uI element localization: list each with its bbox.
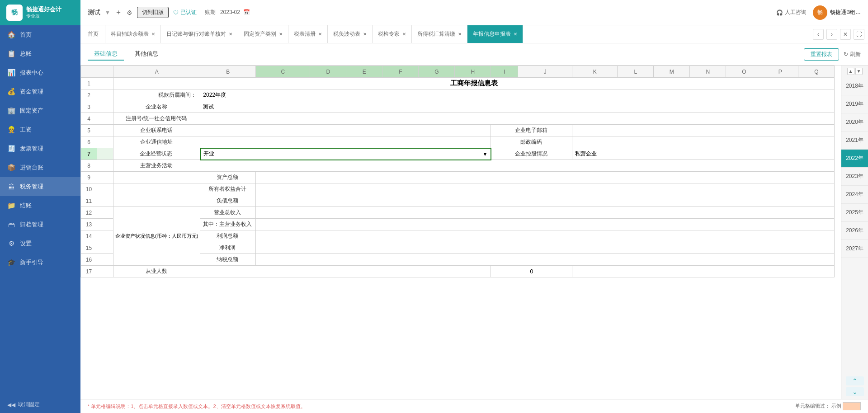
cell-6-postcode-value[interactable]	[572, 136, 835, 148]
next-tab-btn[interactable]: ›	[826, 29, 837, 40]
sidebar-item-reports[interactable]: 📊 报表中心	[0, 63, 80, 82]
year-item-2020[interactable]: 2020年	[841, 113, 868, 131]
tab-annual-report[interactable]: 年报信息申报表 ✕	[467, 25, 523, 43]
cell-5-email-value[interactable]	[572, 125, 835, 136]
sidebar-item-tax[interactable]: 🏛 税务管理	[0, 177, 80, 196]
cell-10-equity-label[interactable]: 所有者权益合计	[200, 183, 256, 195]
cell-5-phone-value[interactable]	[200, 125, 491, 136]
cell-16-tax-value[interactable]	[256, 254, 835, 266]
cell-5-email-label[interactable]: 企业电子邮箱	[491, 125, 572, 136]
cell-17-employees-right[interactable]	[572, 266, 835, 277]
tab-fixed-assets[interactable]: 固定资产类别 ✕	[238, 25, 288, 43]
cell-13-main-revenue-label[interactable]: 其中：主营业务收入	[200, 219, 256, 230]
sidebar-item-guide[interactable]: 🎓 新手引导	[0, 253, 80, 272]
dropdown-arrow-icon[interactable]: ▼	[482, 151, 488, 157]
col-header-A[interactable]: A	[113, 66, 200, 78]
cell-15-netprofit-label[interactable]: 净利润	[200, 242, 256, 254]
year-item-2027[interactable]: 2027年	[841, 240, 868, 258]
expand-tab-btn[interactable]: ⛶	[854, 29, 864, 40]
close-tab-taxfluc[interactable]: ✕	[363, 32, 367, 37]
cell-12-revenue-value[interactable]	[256, 207, 835, 219]
cell-14-profit-label[interactable]: 利润总额	[200, 230, 256, 242]
cell-3-label[interactable]: 企业名称	[113, 101, 200, 113]
close-all-tabs-btn[interactable]: ✕	[840, 29, 851, 40]
cell-12-revenue-label[interactable]: 营业总收入	[200, 207, 256, 219]
cell-17-employees-label[interactable]: 从业人数	[113, 266, 200, 277]
close-tab-expert[interactable]: ✕	[402, 32, 406, 37]
cell-4-value[interactable]	[200, 113, 835, 125]
close-tab-journal[interactable]: ✕	[229, 32, 232, 37]
cell-3-value[interactable]: 测试	[200, 101, 835, 113]
cell-14-profit-value[interactable]	[256, 230, 835, 242]
sidebar-item-ledger[interactable]: 📋 总账	[0, 44, 80, 63]
cell-7-status-value[interactable]: 开业 ▼	[200, 148, 491, 160]
year-item-2024[interactable]: 2024年	[841, 186, 868, 204]
sidebar-item-invoice[interactable]: 🧾 发票管理	[0, 139, 80, 158]
refresh-btn[interactable]: ↻ 刷新	[844, 51, 861, 58]
col-header-B[interactable]: B	[200, 66, 256, 78]
reset-report-btn[interactable]: 重置报表	[804, 48, 839, 61]
close-tab-annual[interactable]: ✕	[514, 32, 517, 37]
cell-7-stock-label[interactable]: 企业控股情况	[491, 148, 572, 160]
cell-11-liab-label[interactable]: 负债总额	[200, 195, 256, 207]
cell-4-label[interactable]: 注册号/统一社会信用代码	[113, 113, 200, 125]
cell-6-addr-label[interactable]: 企业通信地址	[113, 136, 200, 148]
year-item-2026[interactable]: 2026年	[841, 222, 868, 240]
cell-16-tax-label[interactable]: 纳税总额	[200, 254, 256, 266]
col-header-O[interactable]: O	[726, 66, 762, 78]
col-header-G[interactable]: G	[419, 66, 455, 78]
cell-5-phone-label[interactable]: 企业联系电话	[113, 125, 200, 136]
tab-tax-expert[interactable]: 税检专家 ✕	[373, 25, 412, 43]
close-tab-fixed[interactable]: ✕	[279, 32, 283, 37]
col-header-Q[interactable]: Q	[798, 66, 835, 78]
sidebar-item-payroll[interactable]: 👷 工资	[0, 120, 80, 139]
tab-subject-balance[interactable]: 科目辅助余额表 ✕	[105, 25, 161, 43]
cell-6-addr-value[interactable]	[200, 136, 491, 148]
col-header-D[interactable]: D	[310, 66, 346, 78]
year-item-2022[interactable]: 2022年	[841, 150, 868, 168]
year-item-2019[interactable]: 2019年	[841, 95, 868, 113]
cell-9-assets-label[interactable]: 资产总额	[200, 172, 256, 183]
sidebar-item-close[interactable]: 📁 结账	[0, 196, 80, 215]
col-header-H[interactable]: H	[455, 66, 491, 78]
cell-13-main-revenue-value[interactable]	[256, 219, 835, 230]
year-item-2021[interactable]: 2021年	[841, 131, 868, 150]
prev-tab-btn[interactable]: ‹	[813, 29, 824, 40]
year-item-2023[interactable]: 2023年	[841, 168, 868, 186]
cell-8-business-label[interactable]: 主营业务活动	[113, 160, 200, 172]
cell-7-status-label[interactable]: 企业经营状态	[113, 148, 200, 160]
col-header-P[interactable]: P	[762, 66, 798, 78]
cell-8-business-value[interactable]	[200, 160, 835, 172]
workspace-dropdown-icon[interactable]: ▼	[105, 9, 110, 16]
year-scroll-up-btn[interactable]: ⌃	[846, 376, 864, 385]
old-version-btn[interactable]: 切到旧版	[137, 7, 169, 18]
close-tab-subject[interactable]: ✕	[151, 32, 155, 37]
year-item-2018[interactable]: 2018年	[841, 77, 868, 95]
tab-journal-reconcile[interactable]: 日记账与银行对账单核对 ✕	[161, 25, 238, 43]
cell-2-value[interactable]: 2022年度	[200, 89, 835, 101]
sidebar-item-archive[interactable]: 🗃 归档管理	[0, 215, 80, 234]
cell-10-equity-value[interactable]	[256, 183, 835, 195]
spreadsheet[interactable]: A B C D E F G H I J K L	[80, 66, 841, 399]
col-header-N[interactable]: N	[690, 66, 726, 78]
tab-home[interactable]: 首页	[84, 25, 105, 43]
sidebar-item-home[interactable]: 🏠 首页	[0, 25, 80, 44]
cell-9-assets-value[interactable]	[256, 172, 835, 183]
sheet-tab-basic[interactable]: 基础信息	[88, 48, 124, 61]
cell-6-postcode-label[interactable]: 邮政编码	[491, 136, 572, 148]
tab-income-tax[interactable]: 所得税汇算清缴 ✕	[412, 25, 467, 43]
add-workspace-btn[interactable]: ＋	[115, 8, 122, 17]
sidebar-item-funds[interactable]: 💰 资金管理	[0, 82, 80, 101]
user-menu[interactable]: 畅 畅捷通B组…	[813, 5, 861, 20]
cell-7-stock-value[interactable]: 私营企业	[572, 148, 835, 160]
close-tab-taxlist[interactable]: ✕	[318, 32, 322, 37]
sidebar-item-settings[interactable]: ⚙ 设置	[0, 234, 80, 253]
close-tab-incometax[interactable]: ✕	[458, 32, 462, 37]
sidebar-item-assets[interactable]: 🏢 固定资产	[0, 101, 80, 120]
col-header-K[interactable]: K	[572, 66, 618, 78]
year-scroll-down-btn[interactable]: ⌄	[846, 387, 864, 396]
col-header-I[interactable]: I	[491, 66, 518, 78]
year-panel-up-btn[interactable]: ▲	[847, 68, 854, 75]
year-item-2025[interactable]: 2025年	[841, 204, 868, 222]
col-header-E[interactable]: E	[346, 66, 382, 78]
